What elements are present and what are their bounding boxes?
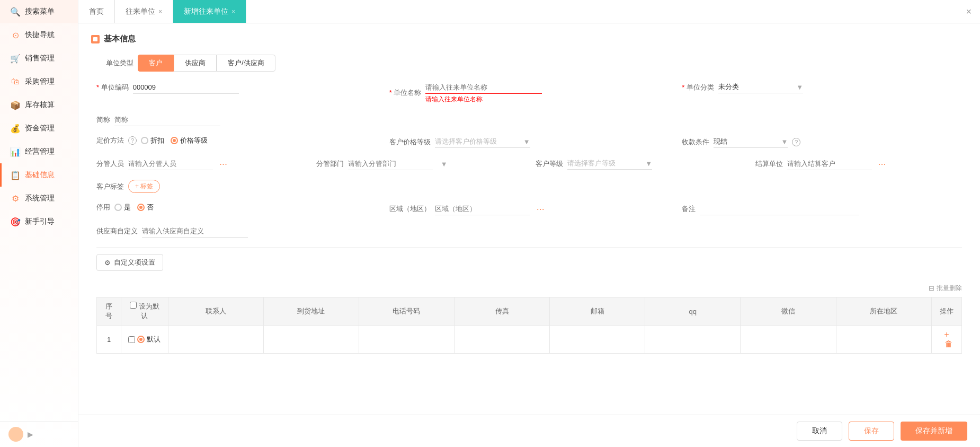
customer-level-select[interactable]: 请选择客户等级 ▼ — [567, 157, 652, 170]
unit-type-row: 单位类型 客户 供应商 客户/供应商 — [96, 55, 962, 72]
cell-seq: 1 — [97, 326, 121, 354]
add-tag-button[interactable]: + 标签 — [128, 180, 160, 193]
save-new-button[interactable]: 保存并新增 — [901, 422, 967, 441]
radio-yes[interactable]: 是 — [114, 203, 131, 212]
supplier-custom-input[interactable] — [142, 225, 248, 238]
sidebar-item-quicknav[interactable]: ⊙ 快捷导航 — [0, 23, 78, 47]
chevron-icon: ▼ — [523, 138, 530, 146]
contact-input[interactable] — [174, 336, 258, 344]
sidebar-item-purchase[interactable]: 🛍 采购管理 — [0, 70, 78, 93]
cancel-button[interactable]: 取消 — [797, 422, 842, 441]
sidebar-bottom: ▶ — [0, 421, 78, 447]
remark-input[interactable] — [700, 203, 859, 215]
settlement-input[interactable] — [787, 157, 872, 170]
section-icon — [91, 35, 100, 43]
add-row-icon[interactable]: + — [944, 330, 949, 339]
batch-icon: ⊟ — [929, 284, 934, 292]
field-customer-price: 客户价格等级 请选择客户价格等级 ▼ — [389, 136, 670, 148]
sales-icon: 🛒 — [10, 53, 21, 64]
payment-select[interactable]: 现结 ▼ — [714, 136, 788, 148]
home-icon: ⊙ — [10, 30, 21, 40]
cell-action: + 🗑 — [931, 326, 961, 354]
radio-no[interactable]: 否 — [137, 203, 154, 212]
inventory-icon: 📦 — [10, 100, 21, 110]
manager-more-btn[interactable]: ··· — [217, 159, 229, 170]
customer-price-placeholder: 请选择客户价格等级 — [435, 137, 497, 146]
unit-name-input[interactable] — [425, 81, 542, 94]
section-title-text: 基本信息 — [104, 34, 136, 44]
col-email: 邮箱 — [550, 297, 645, 326]
user-avatar[interactable] — [8, 427, 23, 442]
btn-both[interactable]: 客户/供应商 — [217, 55, 275, 72]
row-checkbox[interactable] — [128, 336, 135, 343]
radio-no-circle — [137, 204, 145, 211]
sidebar-item-inventory[interactable]: 📦 库存核算 — [0, 93, 78, 117]
tab-units[interactable]: 往来单位 × — [115, 0, 173, 23]
email-input[interactable] — [555, 336, 639, 344]
tab-new-unit[interactable]: 新增往来单位 × — [173, 0, 246, 23]
customer-level-label: 客户等级 — [536, 159, 563, 169]
col-action: 操作 — [931, 297, 961, 326]
system-icon: ⚙ — [10, 193, 21, 204]
delete-row-icon[interactable]: 🗑 — [945, 339, 953, 348]
batch-delete-label[interactable]: 批量删除 — [937, 284, 962, 293]
qq-input[interactable] — [651, 336, 735, 344]
region-input2[interactable] — [842, 336, 926, 344]
radio-discount[interactable]: 折扣 — [141, 136, 164, 145]
radio-discount-circle — [141, 137, 148, 144]
short-name-input[interactable] — [114, 113, 220, 126]
basic-icon: 📋 — [10, 170, 21, 180]
gear-icon: ⚙ — [104, 259, 111, 267]
save-button[interactable]: 保存 — [849, 422, 894, 441]
sidebar-item-label: 搜索菜单 — [25, 7, 55, 16]
cell-phone — [359, 326, 454, 354]
cell-qq — [645, 326, 741, 354]
radio-price-level[interactable]: 价格等级 — [171, 136, 208, 145]
sidebar-item-system[interactable]: ⚙ 系统管理 — [0, 187, 78, 210]
field-pricing: 定价方法 ? 折扣 价格等级 — [96, 136, 377, 145]
sidebar-item-ops[interactable]: 📊 经营管理 — [0, 140, 78, 163]
unit-category-select[interactable]: 未分类 ▼ — [718, 81, 803, 93]
address-input[interactable] — [269, 336, 353, 344]
select-all-checkbox[interactable] — [130, 302, 137, 309]
phone-input[interactable] — [364, 336, 449, 344]
field-customer-level: 客户等级 请选择客户等级 ▼ — [536, 157, 743, 170]
wechat-input[interactable] — [746, 336, 830, 344]
unit-name-error: 请输入往来单位名称 — [425, 95, 669, 104]
unit-code-input[interactable] — [133, 81, 239, 94]
pricing-help-icon[interactable]: ? — [128, 136, 137, 145]
row-default-radio[interactable]: 默认 — [137, 335, 161, 344]
custom-settings-button[interactable]: ⚙ 自定义项设置 — [96, 254, 163, 271]
fax-input[interactable] — [460, 336, 544, 344]
pricing-label: 定价方法 — [96, 136, 124, 145]
divider — [96, 247, 962, 248]
sidebar-expand-icon[interactable]: ▶ — [28, 430, 33, 439]
field-manager: 分管人员 ··· — [96, 157, 304, 170]
tab-home[interactable]: 首页 — [78, 0, 115, 23]
sidebar-item-sales[interactable]: 🛒 销售管理 — [0, 47, 78, 70]
department-input[interactable] — [348, 157, 433, 170]
payment-help-icon[interactable]: ? — [792, 138, 800, 146]
field-unit-code: 单位编码 — [96, 81, 377, 94]
sidebar-item-label: 新手引导 — [25, 217, 55, 226]
region-more-btn[interactable]: ··· — [534, 204, 547, 215]
manager-input[interactable] — [128, 157, 213, 170]
settlement-more-btn[interactable]: ··· — [876, 159, 888, 170]
department-select-trigger[interactable]: ▼ — [437, 159, 448, 169]
region-input[interactable] — [435, 203, 530, 215]
radio-no-label: 否 — [147, 203, 154, 212]
window-close-icon[interactable]: × — [966, 6, 972, 17]
customer-price-select[interactable]: 请选择客户价格等级 ▼ — [435, 136, 530, 148]
sidebar-item-search[interactable]: 🔍 搜索菜单 — [0, 0, 78, 23]
btn-supplier[interactable]: 供应商 — [174, 55, 217, 72]
tab-new-unit-close[interactable]: × — [231, 8, 235, 15]
section-title: 基本信息 — [91, 34, 967, 44]
field-short-name: 简称 — [96, 113, 962, 126]
supplier-custom-label: 供应商自定义 — [96, 226, 138, 236]
sidebar-item-guide[interactable]: 🎯 新手引导 — [0, 210, 78, 233]
sidebar-item-finance[interactable]: 💰 资金管理 — [0, 117, 78, 140]
sidebar-item-basic[interactable]: 📋 基础信息 — [0, 163, 78, 187]
btn-customer[interactable]: 客户 — [138, 55, 174, 72]
tab-units-close[interactable]: × — [158, 8, 162, 15]
sidebar-item-label: 快捷导航 — [25, 30, 55, 40]
